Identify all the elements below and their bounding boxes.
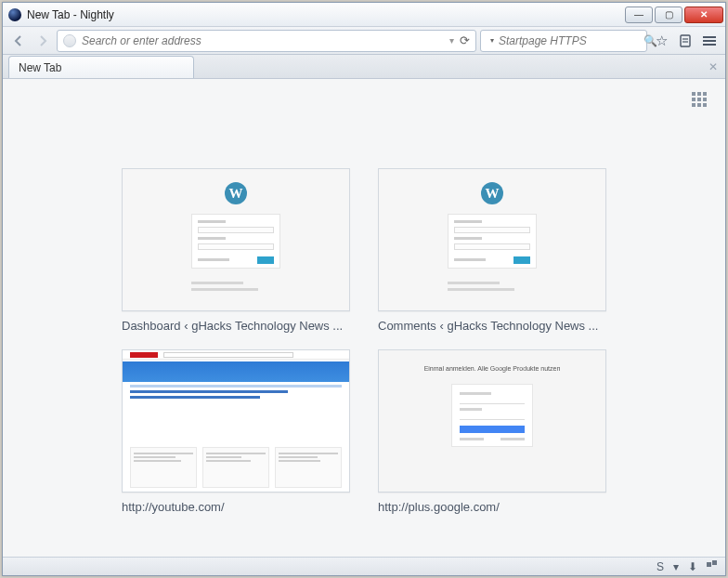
tab-new-tab[interactable]: New Tab [8,56,194,78]
app-icon [8,8,21,21]
globe-icon [63,34,76,47]
status-s-icon[interactable]: S [656,560,664,573]
maximize-button[interactable]: ▢ [655,7,682,23]
newtab-grid-toggle[interactable] [692,92,707,107]
status-dropdown-icon[interactable]: ▾ [673,560,679,573]
tile-thumbnail: W [378,168,606,311]
tile-label: Comments ‹ gHacks Technology News ... [378,319,606,333]
bookmark-star-button[interactable]: ☆ [651,31,671,51]
tile-thumbnail: Einmal anmelden. Alle Google Produkte nu… [378,349,606,493]
wordpress-logo-icon: W [225,182,247,204]
url-input[interactable] [82,34,444,47]
tile-dashboard-ghacks[interactable]: W Dashboard ‹ gHacks Technology News ... [122,168,350,333]
window-title: New Tab - Nightly [27,8,623,21]
window-controls: — ▢ ✕ [623,7,723,23]
tile-thumbnail [122,349,350,493]
minimize-button[interactable]: — [625,7,653,23]
forward-button[interactable] [32,31,53,51]
tile-thumbnail: W [122,168,350,311]
close-tabs-icon[interactable]: ✕ [708,60,718,73]
content-area: W Dashboard ‹ gHacks Technology News ...… [3,79,725,557]
svg-rect-4 [712,560,717,565]
hamburger-icon [703,36,716,46]
reload-button[interactable]: ⟳ [460,33,470,47]
url-bar[interactable]: ▾ ⟳ [57,30,476,52]
tile-youtube[interactable]: http://youtube.com/ [122,349,350,514]
tile-label: http://plus.google.com/ [378,500,606,514]
reading-list-button[interactable] [675,31,696,51]
status-bar: S ▾ ⬇ [3,557,725,575]
tile-label: Dashboard ‹ gHacks Technology News ... [122,319,350,333]
svg-rect-3 [707,562,711,567]
forward-arrow-icon [36,34,49,47]
search-bar[interactable]: ▾ 🔍 [480,30,647,52]
thumb-heading: Einmal anmelden. Alle Google Produkte nu… [424,365,561,372]
browser-window: New Tab - Nightly — ▢ ✕ ▾ ⟳ ▾ 🔍 ☆ [2,2,726,576]
back-button[interactable] [8,31,29,51]
menu-button[interactable] [699,31,720,51]
tab-bar: New Tab ✕ [3,55,725,79]
urlbar-dropdown-icon[interactable]: ▾ [449,35,454,46]
search-input[interactable] [499,34,639,47]
downloads-icon[interactable]: ⬇ [688,560,697,573]
titlebar: New Tab - Nightly — ▢ ✕ [3,3,725,27]
tile-label: http://youtube.com/ [122,500,350,514]
back-arrow-icon [12,34,25,47]
tile-google-plus[interactable]: Einmal anmelden. Alle Google Produkte nu… [378,349,606,514]
tab-label: New Tab [19,61,61,74]
close-button[interactable]: ✕ [684,7,723,23]
tile-comments-ghacks[interactable]: W Comments ‹ gHacks Technology News ... [378,168,606,333]
clipboard-icon [679,34,692,47]
top-sites-grid: W Dashboard ‹ gHacks Technology News ...… [122,168,606,514]
wordpress-logo-icon: W [481,182,503,204]
status-addon-icon[interactable] [707,559,718,573]
svg-rect-0 [681,35,690,46]
navigation-toolbar: ▾ ⟳ ▾ 🔍 ☆ [3,27,725,55]
